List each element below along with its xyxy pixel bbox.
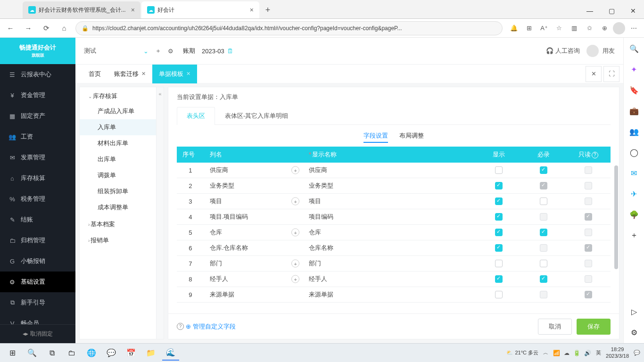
minimize-button[interactable]: ―: [579, 3, 601, 18]
tree-item[interactable]: 调拨单: [80, 167, 156, 183]
collapse-handle[interactable]: «: [156, 87, 164, 339]
search-icon[interactable]: 🔍: [629, 43, 639, 54]
briefcase-icon[interactable]: 💼: [629, 106, 639, 116]
tree-item[interactable]: 材料出库单: [80, 135, 156, 151]
manage-fields-link[interactable]: ? ⊕ 管理自定义字段: [177, 322, 236, 331]
taskview-button[interactable]: ⧉: [43, 346, 60, 361]
checkbox[interactable]: [540, 229, 547, 236]
volume-icon[interactable]: 🔊: [584, 350, 591, 356]
sidebar-item[interactable]: ✉发票管理: [0, 147, 75, 168]
tree-icon[interactable]: 🌳: [629, 209, 639, 220]
close-all-tabs-button[interactable]: ✕: [586, 66, 602, 82]
extensions-icon[interactable]: ⊞: [522, 22, 536, 35]
reader-icon[interactable]: A⁺: [537, 22, 551, 35]
search-button[interactable]: 🔍: [24, 346, 41, 361]
plus-icon[interactable]: +: [291, 260, 299, 268]
close-icon[interactable]: ✕: [141, 71, 146, 77]
cell-disp[interactable]: 供应商: [303, 163, 477, 178]
sidebar-item[interactable]: %税务管理: [0, 189, 75, 209]
close-icon[interactable]: ✕: [186, 71, 190, 77]
tree-item[interactable]: 成本调整单: [80, 199, 156, 215]
sub-tab[interactable]: 字段设置: [363, 132, 388, 143]
wechat-icon[interactable]: 💬: [103, 346, 120, 361]
edge-icon[interactable]: 🌊: [162, 346, 179, 361]
checkbox[interactable]: [495, 291, 503, 298]
user-menu[interactable]: 用友: [586, 45, 615, 57]
favorites-bar-icon[interactable]: ✩: [583, 22, 596, 35]
checkbox[interactable]: [495, 213, 503, 221]
checkbox[interactable]: [495, 182, 503, 189]
cell-disp[interactable]: 经手人: [303, 272, 477, 287]
clock[interactable]: 18:29 2023/3/18: [606, 346, 629, 359]
outlook-icon[interactable]: ✉: [629, 168, 639, 178]
add-tool-icon[interactable]: ＋: [629, 230, 639, 240]
period-picker[interactable]: 2023-03 🗓: [202, 48, 233, 55]
sparkle-icon[interactable]: ✦: [629, 64, 639, 74]
plus-icon[interactable]: +: [291, 229, 299, 237]
plus-icon[interactable]: +: [291, 197, 299, 206]
cell-disp[interactable]: 项目: [303, 194, 477, 209]
favorite-icon[interactable]: ☆: [553, 22, 566, 35]
ime-indicator[interactable]: 英: [596, 349, 601, 356]
files-icon[interactable]: 📁: [142, 346, 159, 361]
scrollbar-thumb[interactable]: [614, 165, 618, 269]
tree-group[interactable]: ›基本档案: [80, 215, 156, 231]
circle-icon[interactable]: ◯: [629, 147, 639, 157]
tree-group[interactable]: ⌄库存核算: [80, 87, 156, 103]
sidebar-item[interactable]: V畅会员: [0, 313, 75, 324]
back-button[interactable]: ←: [4, 22, 17, 35]
save-button[interactable]: 保存: [577, 319, 611, 335]
page-tab[interactable]: 单据模板✕: [152, 65, 197, 83]
tree-item[interactable]: 组装拆卸单: [80, 183, 156, 199]
tree-item[interactable]: 产成品入库单: [80, 103, 156, 119]
people-icon[interactable]: 👥: [629, 126, 639, 137]
profile-avatar[interactable]: [613, 22, 625, 34]
close-icon[interactable]: ×: [131, 6, 135, 14]
sidebar-item[interactable]: ✎结账: [0, 209, 75, 230]
tree-item[interactable]: 出库单: [80, 151, 156, 167]
chrome-icon[interactable]: 🌐: [83, 346, 100, 361]
home-button[interactable]: ⌂: [58, 22, 71, 35]
sidebar-item[interactable]: 👥工资: [0, 126, 75, 147]
tree-group[interactable]: ›报销单: [80, 231, 156, 247]
page-tab[interactable]: 账套迁移✕: [107, 65, 152, 83]
notification-center-icon[interactable]: 💬: [634, 350, 640, 356]
start-button[interactable]: ⊞: [4, 346, 21, 361]
chevron-up-icon[interactable]: ︿: [543, 349, 548, 356]
fullscreen-button[interactable]: ⛶: [603, 66, 619, 82]
checkbox[interactable]: [540, 260, 547, 267]
wifi-icon[interactable]: 📶: [553, 350, 560, 356]
plus-icon[interactable]: +: [291, 275, 299, 283]
sidebar-item[interactable]: 🗀归档管理: [0, 230, 75, 251]
explorer-icon[interactable]: 🗀: [63, 346, 80, 361]
checkbox[interactable]: [495, 275, 503, 283]
close-icon[interactable]: ×: [250, 6, 254, 14]
browser-tab-1[interactable]: ☁ 好会计云财务软件管理系统_会计... ×: [23, 1, 140, 18]
sidebar-item[interactable]: G小畅报销: [0, 251, 75, 272]
consult-link[interactable]: 🎧 人工咨询: [546, 47, 580, 55]
checkbox[interactable]: [495, 197, 503, 205]
sub-tab[interactable]: 布局调整: [399, 132, 424, 143]
add-button[interactable]: ＋: [155, 47, 161, 55]
collections-icon[interactable]: ⊕: [598, 22, 611, 35]
address-bar[interactable]: 🔒 https://cloud2.chanjet.com/accounting/…: [75, 21, 503, 35]
tag-icon[interactable]: 🔖: [629, 85, 639, 95]
sidebar-collapse-toggle[interactable]: ◂▸ 取消固定: [0, 324, 75, 343]
tree-item[interactable]: 入库单: [80, 119, 156, 135]
weather-widget[interactable]: ⛅ 21°C 多云: [506, 349, 538, 356]
maximize-button[interactable]: ▢: [601, 3, 622, 18]
cloud-sync-icon[interactable]: ☁: [564, 350, 570, 356]
cell-disp[interactable]: 仓库名称: [303, 240, 477, 256]
browser-tab-2[interactable]: ☁ 好会计 ×: [141, 1, 259, 18]
cancel-button[interactable]: 取消: [538, 319, 572, 335]
calendar-icon[interactable]: 📅: [123, 346, 140, 361]
send-icon[interactable]: ✈: [629, 189, 639, 199]
checkbox[interactable]: [495, 166, 503, 174]
cell-disp[interactable]: 业务类型: [303, 178, 477, 194]
checkbox[interactable]: [495, 260, 503, 267]
close-button[interactable]: ✕: [622, 3, 644, 18]
sidebar-item[interactable]: ⚙基础设置: [0, 272, 75, 292]
collapse-strip-icon[interactable]: ▷: [629, 306, 639, 317]
sidebar-item[interactable]: ☰云报表中心: [0, 64, 75, 85]
forward-button[interactable]: →: [22, 22, 35, 35]
